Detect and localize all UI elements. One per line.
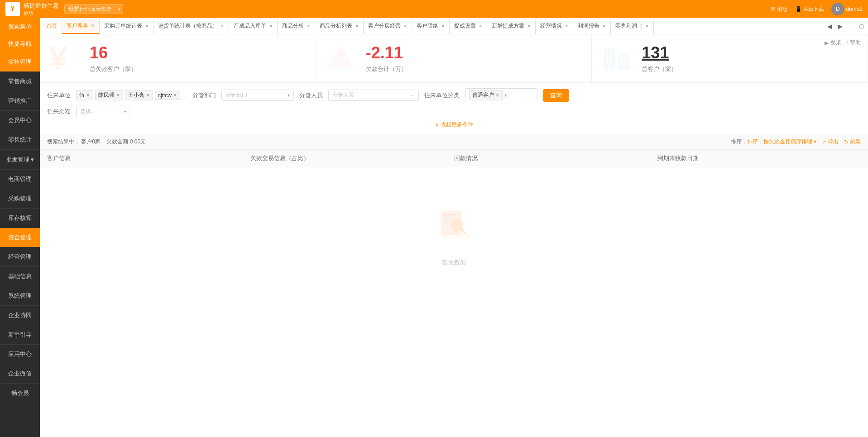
tab-reminder-settings-label: 提成设置 xyxy=(454,22,476,30)
tab-new-incentive[interactable]: 新增提成方案 ✕ xyxy=(487,19,536,34)
tab-maximize[interactable]: □ xyxy=(857,23,866,30)
export-btn[interactable]: ↗ 导出 xyxy=(822,138,839,146)
app-download-icon: 📱 xyxy=(795,6,802,12)
svg-rect-12 xyxy=(620,61,623,64)
tab-purchase-stats[interactable]: 采购订单统计表 ✕ xyxy=(100,19,153,34)
tab-home[interactable]: 首页 xyxy=(42,19,62,34)
tab-inbound-stats[interactable]: 进货单统计表（按商品） ✕ xyxy=(153,19,229,34)
logo-symbol: ¥ xyxy=(11,5,15,13)
sidebar-item-basic-info[interactable]: 基础信息 xyxy=(0,267,40,286)
query-btn[interactable]: 查询 xyxy=(543,89,569,102)
sidebar-item-retail-stats[interactable]: 零售统计 xyxy=(0,130,40,150)
sidebar-item-new-guide[interactable]: 新手引导 xyxy=(0,325,40,345)
collapse-btn[interactable]: ∧ 收起更多条件 xyxy=(47,121,861,128)
result-info: 搜索结果中， 客户0家 欠款金额 0.00元 xyxy=(47,138,146,146)
filter-tag-wu-close[interactable]: ✕ xyxy=(86,92,90,98)
tab-scroll-right[interactable]: ▶ xyxy=(835,23,845,30)
sidebar-item-sys-mgmt[interactable]: 系统管理 xyxy=(0,286,40,306)
tab-product-inbound-label: 产成品入库单 xyxy=(234,22,266,30)
tab-reminder-settings[interactable]: 提成设置 ✕ xyxy=(450,19,487,34)
tab-customer-contact-close[interactable]: ✕ xyxy=(441,24,445,28)
tab-scroll-left[interactable]: ◀ xyxy=(825,23,835,30)
sidebar-nav[interactable]: 快捷导航 xyxy=(0,35,40,52)
tab-profit-report-close[interactable]: ✕ xyxy=(602,24,606,28)
svg-rect-18 xyxy=(443,219,452,220)
tab-product-analysis-list-close[interactable]: ✕ xyxy=(355,24,359,28)
sidebar-item-retail-mgmt[interactable]: 零售管理 xyxy=(0,52,40,72)
tab-ops-situation[interactable]: 经营情况 ✕ xyxy=(536,19,573,34)
tab-product-analysis-close[interactable]: ✕ xyxy=(307,24,310,28)
stat-customers-count-value[interactable]: 131 xyxy=(642,43,854,62)
sidebar-item-retail-mall[interactable]: 零售商城 xyxy=(0,72,40,91)
svg-rect-6 xyxy=(606,56,609,59)
filter-unit-tags: 伍 ✕ 陈民强 ✕ 王小亮 ✕ xyxy=(76,90,187,100)
sidebar-item-enterprise-wx[interactable]: 企业微信 xyxy=(0,364,40,384)
sort-value[interactable]: 排序：按欠款金额倒序排理 xyxy=(747,138,812,145)
video-btn[interactable]: ▶ 视频 xyxy=(825,39,841,47)
tab-customer-accounts[interactable]: 客户账本 ✕ xyxy=(62,19,100,34)
main-layout: 搜索菜单 快捷导航 零售管理 零售商城 营销推广 会员中心 零售统计 批发管理 … xyxy=(0,18,868,437)
sidebar-search[interactable]: 搜索菜单 xyxy=(0,18,40,35)
tab-product-analysis-list[interactable]: 商品分析列表 ✕ xyxy=(315,19,364,34)
tab-actions: ◀ ▶ — □ xyxy=(825,23,866,30)
tab-profit-report[interactable]: 利润报告 ✕ xyxy=(573,19,611,34)
logo-text-area: 畅捷通好生意 标版 xyxy=(24,2,59,17)
sidebar-item-marketing[interactable]: 营销推广 xyxy=(0,91,40,111)
tab-customer-segment-close[interactable]: ✕ xyxy=(403,24,407,28)
sidebar-item-ecom-mgmt[interactable]: 电商管理 xyxy=(0,170,40,189)
sidebar-item-vip-member[interactable]: 畅会员 xyxy=(0,384,40,403)
tab-inbound-stats-close[interactable]: ✕ xyxy=(221,24,224,28)
filter-balance-select[interactable]: 选择... ▾ xyxy=(76,106,130,117)
sort-label: 排序：排序：按欠款金额倒序排理 ▾ xyxy=(731,138,816,146)
tab-retail-profit-close[interactable]: ✕ xyxy=(645,24,649,28)
help-btn[interactable]: ? 帮助 xyxy=(845,39,861,47)
message-btn[interactable]: ✉ 消息 xyxy=(771,5,788,13)
refresh-btn[interactable]: ↻ 刷新 xyxy=(844,138,861,146)
tab-purchase-stats-close[interactable]: ✕ xyxy=(145,24,149,28)
stat-icon-currency: ¥ xyxy=(49,40,67,77)
tab-customer-contact[interactable]: 客户联络 ✕ xyxy=(412,19,450,34)
sidebar-item-member[interactable]: 会员中心 xyxy=(0,111,40,130)
filter-category-tag-close[interactable]: ✕ xyxy=(495,92,499,98)
sidebar-item-batch-mgmt[interactable]: 批发管理 ▾ xyxy=(0,150,40,170)
table-header-due-date: 到期未收款日期 xyxy=(657,154,861,162)
sidebar-item-capital-mgmt[interactable]: 资金管理 xyxy=(0,228,40,247)
filter-tag-wang: 王小亮 ✕ xyxy=(125,90,153,100)
filter-tag-cjttcw-close[interactable]: ✕ xyxy=(173,92,177,98)
sidebar-item-enterprise-coop[interactable]: 企业协同 xyxy=(0,306,40,325)
industry-select[interactable]: 母婴行业演示帐套 xyxy=(64,4,123,14)
tab-product-analysis[interactable]: 商品分析 ✕ xyxy=(278,19,315,34)
tab-ops-situation-close[interactable]: ✕ xyxy=(565,24,568,28)
filter-dept-select[interactable]: 分管部门 ▾ xyxy=(221,90,294,101)
filter-tag-more[interactable]: ... xyxy=(182,92,187,99)
filter-row-2: 往来余额 选择... ▾ xyxy=(47,106,861,117)
result-bar: 搜索结果中， 客户0家 欠款金额 0.00元 排序：排序：按欠款金额倒序排理 ▾… xyxy=(40,134,868,150)
user-area[interactable]: D demo2 xyxy=(831,3,863,15)
tab-new-incentive-close[interactable]: ✕ xyxy=(527,24,531,28)
stat-3-content: 131 总客户（家） xyxy=(605,43,854,73)
filter-tag-chen-close[interactable]: ✕ xyxy=(116,92,120,98)
filter-category-select[interactable]: 普通客户 ✕ ▾ xyxy=(465,88,537,102)
filter-category-tag-text: 普通客户 xyxy=(472,91,494,99)
avatar: D xyxy=(831,3,844,15)
top-center: 母婴行业演示帐套 ▾ xyxy=(59,4,771,14)
tab-reminder-settings-close[interactable]: ✕ xyxy=(479,24,482,28)
filter-person-placeholder: 分管人员 xyxy=(332,91,411,99)
sidebar-item-app-center[interactable]: 应用中心 xyxy=(0,345,40,364)
sidebar-item-inventory[interactable]: 库存核算 xyxy=(0,209,40,228)
tab-product-inbound-close[interactable]: ✕ xyxy=(269,24,273,28)
sidebar-item-ops-mgmt[interactable]: 经营管理 xyxy=(0,247,40,267)
tab-customer-segment[interactable]: 客户分层经营 ✕ xyxy=(364,19,412,34)
filter-tag-wang-close[interactable]: ✕ xyxy=(146,92,150,98)
filter-category-arrow: ▾ xyxy=(504,93,507,98)
tab-minimize[interactable]: — xyxy=(845,23,857,30)
tab-customer-accounts-close[interactable]: ✕ xyxy=(91,23,95,28)
app-download-btn[interactable]: 📱 App下载 xyxy=(795,5,824,13)
sidebar-item-purchase-mgmt[interactable]: 采购管理 xyxy=(0,189,40,209)
tab-retail-profit[interactable]: 零售利润（ ✕ xyxy=(611,19,654,34)
filter-person-select[interactable]: 分管人员 ··· xyxy=(328,90,419,101)
stats-row: ¥ 16 总欠款客户（家） ✕ xyxy=(40,34,868,83)
empty-state: 暂无数据 xyxy=(40,167,868,303)
tab-product-inbound[interactable]: 产成品入库单 ✕ xyxy=(229,19,278,34)
export-label: 导出 xyxy=(828,138,839,146)
